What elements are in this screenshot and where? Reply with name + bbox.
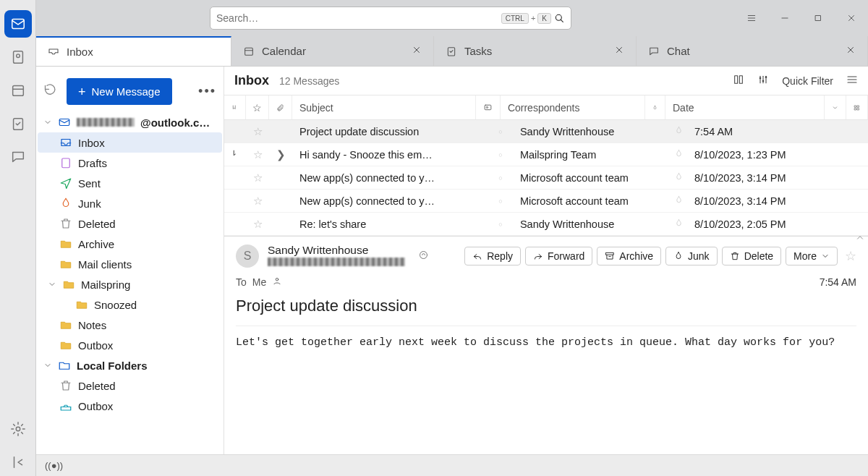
window-close[interactable]	[835, 0, 868, 36]
folder-snoozed[interactable]: Snoozed	[38, 294, 222, 315]
svg-point-36	[765, 76, 767, 78]
junk-button[interactable]: Junk	[665, 247, 718, 265]
activity-tasks[interactable]	[4, 110, 32, 137]
folder-outbox[interactable]: Outbox	[38, 335, 222, 355]
col-attachment-icon[interactable]	[269, 95, 292, 119]
folder-deleted[interactable]: Deleted	[38, 213, 222, 234]
tab-tasks[interactable]: Tasks	[434, 36, 637, 66]
activity-chat[interactable]	[4, 143, 32, 171]
message-row[interactable]: ☆ ❯ Hi sandy - Snooze this em… ○ Mailspr…	[224, 143, 868, 166]
folder-drafts[interactable]: Drafts	[38, 153, 222, 173]
tasks-icon	[446, 46, 457, 57]
sort-chevron-icon[interactable]	[825, 95, 846, 119]
message-row[interactable]: ☆ Project update discussion ○ Sandy Writ…	[224, 120, 868, 143]
collapse-sidebar-icon[interactable]	[4, 449, 32, 476]
folder-inbox[interactable]: Inbox	[38, 132, 222, 153]
more-menu-icon[interactable]: •••	[198, 84, 216, 99]
local-folders-row[interactable]: Local Folders	[38, 355, 222, 375]
thread-expand-icon[interactable]	[224, 149, 246, 161]
tab-chat[interactable]: Chat	[637, 36, 868, 66]
star-icon[interactable]: ☆	[246, 149, 269, 161]
account-name-redacted	[77, 118, 135, 127]
contact-indicator-icon: ○	[488, 128, 513, 135]
col-thread-icon[interactable]	[224, 95, 246, 119]
folder-label: Archive	[78, 238, 114, 250]
reply-button[interactable]: Reply	[464, 247, 521, 265]
local-deleted[interactable]: Deleted	[38, 375, 222, 396]
settings-icon[interactable]	[4, 415, 32, 443]
folder-label: Inbox	[78, 137, 105, 149]
delete-button[interactable]: Delete	[722, 247, 781, 265]
row-from: Microsoft account team	[513, 172, 667, 184]
kbd-ctrl: CTRL	[501, 13, 529, 24]
svg-rect-6	[816, 16, 821, 21]
col-spam-icon[interactable]	[645, 95, 665, 119]
star-icon[interactable]: ☆	[246, 195, 269, 207]
message-row[interactable]: ☆ New app(s) connected to y… ○ Microsoft…	[224, 190, 868, 213]
col-subject[interactable]: Subject	[292, 95, 476, 119]
scroll-up-icon[interactable]	[855, 233, 865, 245]
star-message-icon[interactable]: ☆	[845, 248, 856, 264]
folder-label: Notes	[78, 319, 106, 331]
tab-chat-label: Chat	[667, 45, 690, 57]
tab-inbox[interactable]: Inbox	[36, 36, 231, 66]
spam-indicator-icon	[667, 218, 687, 230]
main-area: Inbox 12 Messages Quick Filter ☆ Subject…	[224, 67, 868, 454]
folder-notes[interactable]: Notes	[38, 315, 222, 335]
filter-icon[interactable]	[757, 74, 769, 88]
col-contact-icon[interactable]	[476, 95, 501, 119]
reading-pane: S Sandy Writtenhouse Reply Forward	[224, 236, 868, 454]
search-icon[interactable]	[553, 12, 565, 24]
local-outbox[interactable]: Outbox	[38, 396, 222, 416]
folder-archive[interactable]: Archive	[38, 234, 222, 254]
star-icon[interactable]: ☆	[246, 172, 269, 184]
global-search[interactable]: CTRL + K	[210, 7, 571, 30]
forward-button[interactable]: Forward	[525, 247, 592, 265]
svg-point-41	[486, 106, 488, 108]
layout-icon[interactable]	[846, 74, 858, 88]
kbd-k: K	[537, 13, 551, 24]
message-row[interactable]: ☆ Re: let's share ○ Sandy Writtenhouse 8…	[224, 213, 868, 236]
row-from: Sandy Writtenhouse	[513, 126, 667, 137]
window-maximize[interactable]	[801, 0, 835, 36]
tab-calendar[interactable]: Calendar	[231, 36, 434, 66]
folder-junk[interactable]: Junk	[38, 193, 222, 213]
search-input[interactable]	[216, 12, 501, 24]
close-icon[interactable]	[614, 45, 624, 57]
folder-label: Outbox	[78, 339, 113, 352]
row-from: Sandy Writtenhouse	[513, 218, 667, 230]
message-subject: Project update discussion	[236, 295, 856, 326]
col-date[interactable]: Date	[665, 95, 825, 119]
star-icon[interactable]: ☆	[246, 218, 269, 230]
activity-calendar[interactable]	[4, 77, 32, 104]
view-toggle-icon[interactable]	[733, 74, 744, 88]
connection-status-icon[interactable]: ((●))	[45, 460, 63, 471]
close-icon[interactable]	[846, 45, 856, 57]
close-icon[interactable]	[412, 45, 422, 57]
star-icon[interactable]: ☆	[246, 126, 269, 137]
folder-label: Snoozed	[94, 299, 137, 311]
recipient-details-icon[interactable]	[272, 276, 282, 288]
more-button[interactable]: More	[786, 247, 838, 265]
folder-sent[interactable]: Sent	[38, 173, 222, 193]
svg-rect-42	[855, 106, 856, 107]
message-row[interactable]: ☆ New app(s) connected to y… ○ Microsoft…	[224, 166, 868, 190]
col-correspondents[interactable]: Correspondents	[501, 95, 645, 119]
activity-contacts[interactable]	[4, 43, 32, 71]
archive-button[interactable]: Archive	[597, 247, 661, 265]
chevron-right-icon[interactable]: ❯	[269, 149, 292, 161]
activity-mail[interactable]	[4, 10, 32, 38]
new-message-button[interactable]: + New Message	[67, 78, 172, 105]
col-star-icon[interactable]: ☆	[246, 95, 269, 119]
app-menu-icon[interactable]	[735, 0, 768, 36]
folder-mail-clients[interactable]: Mail clients	[38, 254, 222, 274]
account-row[interactable]: @outlook.c…	[38, 112, 222, 132]
quick-filter-label[interactable]: Quick Filter	[782, 75, 833, 87]
window-minimize[interactable]	[768, 0, 801, 36]
folder-mailspring[interactable]: Mailspring	[38, 274, 222, 294]
sync-icon[interactable]	[43, 83, 58, 100]
contact-indicator-icon: ○	[488, 221, 513, 228]
column-picker-icon[interactable]	[846, 95, 868, 119]
folder-icon	[58, 359, 71, 372]
svg-point-34	[760, 77, 762, 80]
